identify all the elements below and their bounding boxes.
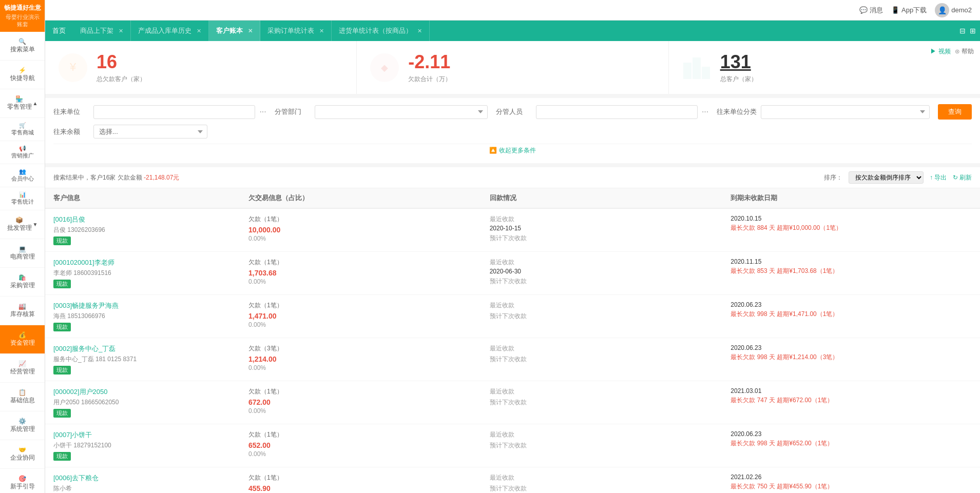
overdue-link-5[interactable]: 超期¥652.00（1笔） xyxy=(777,440,833,447)
debt-percent-1: 0.00% xyxy=(248,278,490,285)
tab-close-icon[interactable]: ✕ xyxy=(197,28,201,34)
due-days-3: 最长欠款 998 天 超期¥1,214.00（3笔） xyxy=(731,353,972,362)
collapse-icon: 🔼 xyxy=(489,147,497,154)
filter-input-partner[interactable] xyxy=(93,105,255,119)
customer-name-5[interactable]: [0007]小饼干 xyxy=(53,430,248,440)
video-btn[interactable]: ▶ 视频 xyxy=(930,47,950,56)
customer-name-2[interactable]: [0003]畅捷服务尹海燕 xyxy=(53,301,248,310)
export-btn[interactable]: ↑ 导出 xyxy=(930,173,947,182)
sidebar-item-retail-store[interactable]: 🛒 零售商城 xyxy=(0,118,45,141)
debt-percent-2: 0.00% xyxy=(248,321,490,328)
debt-count-6: 欠款（1笔） xyxy=(248,474,490,482)
overdue-link-1[interactable]: 超期¥1,703.68（1笔） xyxy=(777,267,838,274)
overdue-link-0[interactable]: 超期¥10,000.00（1笔） xyxy=(777,224,842,231)
debt-count-1: 欠款（1笔） xyxy=(248,258,490,267)
return-info-6: 最近收款 预计下次收款 xyxy=(490,474,731,493)
return-info-1: 最近收款 2020-06-30 预计下次收款 xyxy=(490,258,731,286)
sidebar-item-basic[interactable]: 📋 基础信息 xyxy=(0,383,45,411)
tab-stock-stat[interactable]: 进货单统计表（按商品） ✕ xyxy=(332,21,430,41)
ecom-icon: 💻 xyxy=(2,245,43,252)
return-info-3: 最近收款 预计下次收款 xyxy=(490,344,731,364)
sidebar-item-ecom[interactable]: 💻 电商管理 xyxy=(0,239,45,268)
filter-select-partner-type[interactable] xyxy=(761,105,930,119)
sidebar-item-newbie[interactable]: 🎯 新手引导 xyxy=(0,469,45,493)
search-button[interactable]: 查询 xyxy=(938,104,972,120)
help-btn[interactable]: ⊙ 帮助 xyxy=(955,47,974,56)
debt-count-2: 欠款（1笔） xyxy=(248,301,490,310)
sidebar-item-biz[interactable]: 📈 经营管理 xyxy=(0,354,45,383)
stat-card-debt-total: ◆ -2.11 欠款合计（万） xyxy=(357,41,668,94)
filter-balance: 往来余额 选择... xyxy=(53,125,207,139)
customer-name-6[interactable]: [0006]去下粮仓 xyxy=(53,474,248,483)
sidebar-item-retail[interactable]: 🏪 零售管理 ▲ xyxy=(0,89,45,118)
sidebar-item-member[interactable]: 👥 会员中心 xyxy=(0,164,45,187)
tab-close-icon[interactable]: ✕ xyxy=(319,28,324,34)
col-return: 回款情况 xyxy=(490,193,731,203)
tab-prod-in-history[interactable]: 产成品入库单历史 ✕ xyxy=(131,21,209,41)
filter-dots-partner[interactable]: ··· xyxy=(259,107,266,116)
sidebar-item-search[interactable]: 🔍 搜索菜单 xyxy=(0,32,45,61)
overdue-link-3[interactable]: 超期¥1,214.00（3笔） xyxy=(777,353,838,361)
sidebar-item-label: 新手引导 xyxy=(2,482,43,491)
sidebar-item-retail-stat[interactable]: 📊 零售统计 xyxy=(0,187,45,210)
sidebar-logo[interactable]: 畅捷通好生意 母婴行业演示账套 xyxy=(0,0,45,32)
overdue-link-2[interactable]: 超期¥1,471.00（1笔） xyxy=(777,310,838,318)
customer-info-0: [0016]吕俊 吕俊 13026203696 现款 xyxy=(53,215,248,245)
filter-select-balance[interactable]: 选择... xyxy=(93,125,207,139)
filter-partner: 往来单位 ··· xyxy=(53,105,266,119)
return-label-2: 最近收款 xyxy=(490,301,731,310)
tab-purchase-order[interactable]: 采购订单统计表 ✕ xyxy=(260,21,332,41)
filter-dots-manager[interactable]: ··· xyxy=(702,107,708,116)
tab-close-icon[interactable]: ✕ xyxy=(119,28,123,34)
sidebar-item-purchase[interactable]: 🛍️ 采购管理 xyxy=(0,268,45,297)
tab-product-off[interactable]: 商品上下架 ✕ xyxy=(73,21,131,41)
overdue-link-6[interactable]: 超期¥455.90（1笔） xyxy=(777,483,833,490)
sidebar-item-finance[interactable]: 💰 资金管理 xyxy=(0,325,45,354)
refresh-btn[interactable]: ↻ 刷新 xyxy=(953,173,972,182)
sidebar-item-label: 批发管理 xyxy=(7,224,32,232)
filter-partner-type: 往来单位分类 xyxy=(717,105,930,119)
customer-info-5: [0007]小饼干 小饼干 18279152100 现款 xyxy=(53,430,248,461)
table-row: [0003]畅捷服务尹海燕 海燕 18513066976 现款 欠款（1笔） 1… xyxy=(45,295,980,338)
tab-label: 采购订单统计表 xyxy=(267,26,314,35)
debt-info-0: 欠款（1笔） 10,000.00 0.00% xyxy=(248,215,490,242)
customer-name-0[interactable]: [0016]吕俊 xyxy=(53,215,248,224)
customer-tag-5: 现款 xyxy=(53,452,71,461)
sidebar-item-system[interactable]: ⚙️ 系统管理 xyxy=(0,411,45,440)
customer-info-2: [0003]畅捷服务尹海燕 海燕 18513066976 现款 xyxy=(53,301,248,331)
tab-close-icon[interactable]: ✕ xyxy=(417,28,422,34)
sort-select[interactable]: 按欠款金额倒序排序 xyxy=(849,171,924,184)
debt-percent-3: 0.00% xyxy=(248,364,490,371)
customer-name-4[interactable]: [000002]用户2050 xyxy=(53,387,248,397)
filter-input-manager[interactable] xyxy=(536,105,698,119)
sidebar-item-marketing[interactable]: 📢 营销推广 xyxy=(0,141,45,164)
debt-amount-0: 10,000.00 xyxy=(248,226,490,234)
tabs-maximize-icon[interactable]: ⊞ xyxy=(970,27,976,35)
tab-close-icon[interactable]: ✕ xyxy=(248,28,253,34)
table-row: [0001020001]李老师 李老师 18600391516 现款 欠款（1笔… xyxy=(45,252,980,295)
stat-icon: 📊 xyxy=(2,191,43,198)
debt-count-3: 欠款（3笔） xyxy=(248,344,490,353)
tabs-minimize-icon[interactable]: ⊟ xyxy=(959,27,966,35)
tabs-actions: ⊟ ⊞ xyxy=(959,27,980,35)
svg-text:◆: ◆ xyxy=(381,63,388,73)
sidebar-item-corp[interactable]: 🤝 企业协同 xyxy=(0,440,45,469)
customer-name-1[interactable]: [0001020001]李老师 xyxy=(53,258,248,267)
message-btn[interactable]: 💬 消息 xyxy=(859,6,883,15)
tab-label: 进货单统计表（按商品） xyxy=(339,26,412,35)
sidebar-item-stock[interactable]: 🏭 库存核算 xyxy=(0,297,45,325)
filter-select-dept[interactable] xyxy=(315,105,488,119)
tab-customer-account[interactable]: 客户账本 ✕ xyxy=(209,21,260,41)
sidebar-item-nav[interactable]: ⚡ 快捷导航 xyxy=(0,61,45,89)
app-download-btn[interactable]: 📱 App下载 xyxy=(891,6,927,15)
user-menu[interactable]: 👤 demo2 xyxy=(935,3,972,17)
stat-value-debt-total: -2.11 xyxy=(408,51,451,73)
overdue-link-4[interactable]: 超期¥672.00（1笔） xyxy=(777,397,833,404)
topbar: 💬 消息 📱 App下载 👤 demo2 xyxy=(45,0,980,21)
tab-home[interactable]: 首页 xyxy=(45,21,73,41)
table-row: [0002]服务中心_丁磊 服务中心_丁磊 181 0125 8371 现款 欠… xyxy=(45,338,980,381)
filter-area: 往来单位 ··· 分管部门 分管人员 ··· 往来单位分类 xyxy=(45,98,980,163)
customer-name-3[interactable]: [0002]服务中心_丁磊 xyxy=(53,344,248,353)
sidebar-item-batch[interactable]: 📦 批发管理 ▼ xyxy=(0,210,45,239)
collapse-btn[interactable]: 🔼 收起更多条件 xyxy=(53,144,972,157)
